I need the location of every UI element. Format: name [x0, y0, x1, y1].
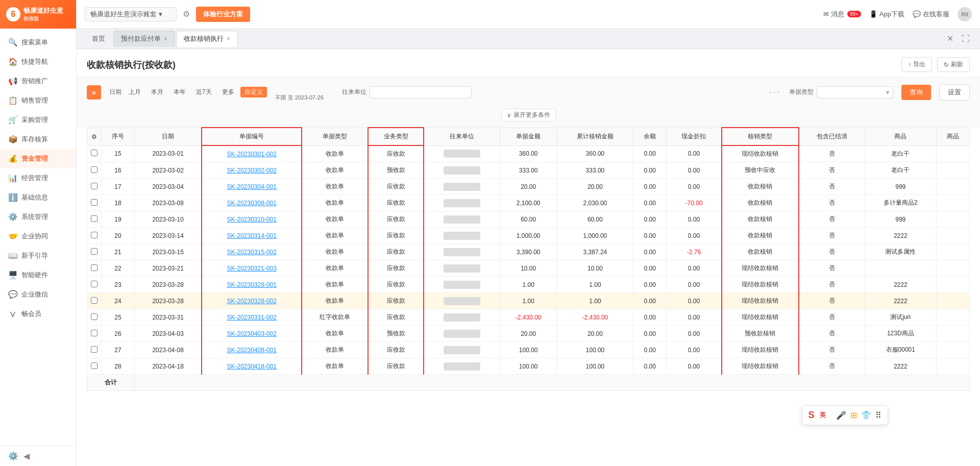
row-checkbox[interactable] — [91, 248, 97, 255]
user-avatar[interactable]: Rit — [958, 7, 972, 21]
tab-collection[interactable]: 收款核销执行 × — [176, 31, 238, 47]
row-checkbox[interactable] — [91, 215, 97, 222]
cell-checkbox[interactable] — [87, 326, 102, 342]
cell-checkbox[interactable] — [87, 358, 102, 375]
sidebar-item-operations[interactable]: 📊 经营管理 — [0, 168, 76, 188]
settings-icon[interactable]: ⚙️ — [8, 451, 18, 461]
cell-checkbox[interactable] — [87, 260, 102, 277]
bill-no-link[interactable]: SK-20230328-002 — [227, 298, 276, 305]
cell-index: 20 — [102, 228, 135, 244]
date-7days[interactable]: 近7天 — [192, 87, 216, 97]
watermark-text-icon[interactable]: 英 — [820, 411, 826, 420]
row-checkbox[interactable] — [91, 346, 97, 353]
cell-checkbox[interactable] — [87, 162, 102, 179]
sidebar-item-hardware[interactable]: 🖥️ 智能硬件 — [0, 265, 76, 285]
row-checkbox[interactable] — [91, 150, 97, 156]
bill-no-link[interactable]: SK-20230403-002 — [227, 330, 276, 337]
sidebar-item-corp[interactable]: 🤝 企业协同 — [0, 227, 76, 246]
cell-checkbox[interactable] — [87, 211, 102, 228]
col-gear[interactable]: ⚙ — [87, 128, 102, 145]
cell-date: 2023-03-02 — [135, 162, 202, 179]
row-checkbox[interactable] — [91, 281, 97, 287]
tab-collection-close[interactable]: × — [227, 35, 230, 42]
tab-expand-icon[interactable]: ⛶ — [960, 32, 972, 45]
refresh-button[interactable]: ↻ 刷新 — [937, 57, 970, 72]
export-button[interactable]: ↑ 导出 — [901, 57, 932, 72]
bill-no-link[interactable]: SK-20230304-001 — [227, 183, 276, 190]
cell-checkbox[interactable] — [87, 228, 102, 244]
row-checkbox[interactable] — [91, 183, 97, 189]
tab-prepay[interactable]: 预付款应付单 × — [113, 31, 175, 47]
bill-no-link[interactable]: SK-20230328-001 — [227, 281, 276, 288]
date-last-month[interactable]: 上月 — [125, 87, 145, 97]
filter-expand-button[interactable]: » — [87, 85, 101, 100]
row-checkbox[interactable] — [91, 199, 97, 206]
service-action[interactable]: 💬 在线客服 — [913, 10, 949, 19]
row-checkbox[interactable] — [91, 362, 97, 369]
bill-no-link[interactable]: SK-20230408-001 — [227, 347, 276, 354]
tab-close-icon[interactable]: ✕ — [945, 32, 955, 45]
bill-no-link[interactable]: SK-20230321-003 — [227, 265, 276, 272]
cell-index: 27 — [102, 342, 135, 358]
sidebar-item-sales[interactable]: 📋 销售管理 — [0, 91, 76, 110]
cell-cancel-type: 现结收款核销 — [722, 293, 799, 309]
sidebar-item-marketing[interactable]: 📢 营销推广 — [0, 71, 76, 91]
row-checkbox[interactable] — [91, 264, 97, 271]
sidebar-item-wechat[interactable]: 💬 企业微信 — [0, 285, 76, 304]
watermark-apps-icon[interactable]: ⠿ — [875, 410, 881, 420]
bill-no-link[interactable]: SK-20230302-002 — [227, 167, 276, 174]
tab-home[interactable]: 首页 — [85, 31, 112, 47]
cell-checkbox[interactable] — [87, 179, 102, 195]
gear-icon[interactable]: ⚙ — [183, 9, 190, 19]
date-this-year[interactable]: 本年 — [169, 87, 190, 97]
bill-no-link[interactable]: SK-20230301-002 — [227, 151, 276, 158]
sidebar-item-system[interactable]: ⚙️ 系统管理 — [0, 207, 76, 227]
sidebar-item-basic[interactable]: ℹ️ 基础信息 — [0, 188, 76, 207]
date-more[interactable]: 更多 — [218, 87, 238, 97]
cell-index: 28 — [102, 358, 135, 375]
bill-no-link[interactable]: SK-20230310-001 — [227, 216, 276, 223]
cell-checkbox[interactable] — [87, 309, 102, 326]
row-checkbox[interactable] — [91, 313, 97, 320]
sidebar-item-guide[interactable]: 📖 新手引导 — [0, 246, 76, 265]
sidebar-item-inventory[interactable]: 📦 库存核算 — [0, 130, 76, 149]
row-checkbox[interactable] — [91, 166, 97, 173]
sidebar-item-purchase[interactable]: 🛒 采购管理 — [0, 110, 76, 130]
filter-settings-button[interactable]: 设置 — [939, 84, 970, 101]
app-download-action[interactable]: 📱 App下载 — [869, 10, 904, 19]
bill-no-link[interactable]: SK-20230308-001 — [227, 200, 276, 207]
table-row: 25 2023-03-31 SK-20230331-002 红字收款单 应收款 … — [87, 309, 970, 326]
sidebar-item-finance[interactable]: 💰 资金管理 — [0, 149, 76, 168]
date-custom[interactable]: 自定义 — [240, 87, 267, 97]
query-button[interactable]: 查询 — [901, 85, 931, 100]
message-action[interactable]: ✉ 消息 99+ — [823, 10, 861, 19]
bill-no-link[interactable]: SK-20230331-002 — [227, 314, 276, 321]
solution-button[interactable]: 体验行业方案 — [196, 7, 250, 22]
cell-checkbox[interactable] — [87, 195, 102, 211]
cell-checkbox[interactable] — [87, 244, 102, 260]
sidebar-item-quicknav[interactable]: 🏠 快捷导航 — [0, 52, 76, 71]
cell-checkbox[interactable] — [87, 293, 102, 309]
expand-more-button[interactable]: ∨ 展开更多条件 — [501, 109, 556, 121]
filter-dots[interactable]: ··· — [770, 88, 781, 97]
tab-prepay-close[interactable]: × — [164, 35, 167, 42]
bill-type-select[interactable] — [817, 86, 893, 99]
counterpart-input[interactable] — [370, 86, 472, 99]
row-checkbox[interactable] — [91, 232, 97, 238]
watermark-grid-icon[interactable]: ⊞ — [850, 410, 857, 420]
bill-no-link[interactable]: SK-20230418-001 — [227, 363, 276, 370]
watermark-shirt-icon[interactable]: 👕 — [861, 410, 871, 420]
cell-checkbox[interactable] — [87, 342, 102, 358]
cell-checkbox[interactable] — [87, 277, 102, 293]
collapse-icon[interactable]: ◀ — [23, 451, 30, 461]
sidebar-item-search[interactable]: 🔍 搜索菜单 — [0, 33, 76, 52]
account-dropdown[interactable]: 畅康道好生意演示账套 ▾ — [85, 7, 177, 21]
watermark-mic-icon[interactable]: 🎤 — [836, 410, 846, 420]
row-checkbox[interactable] — [91, 297, 97, 304]
bill-no-link[interactable]: SK-20230315-002 — [227, 249, 276, 256]
row-checkbox[interactable] — [91, 330, 97, 336]
cell-checkbox[interactable] — [87, 145, 102, 162]
date-this-month[interactable]: 本月 — [147, 87, 167, 97]
sidebar-item-member[interactable]: V 畅会员 — [0, 304, 76, 324]
bill-no-link[interactable]: SK-20230314-001 — [227, 232, 276, 239]
